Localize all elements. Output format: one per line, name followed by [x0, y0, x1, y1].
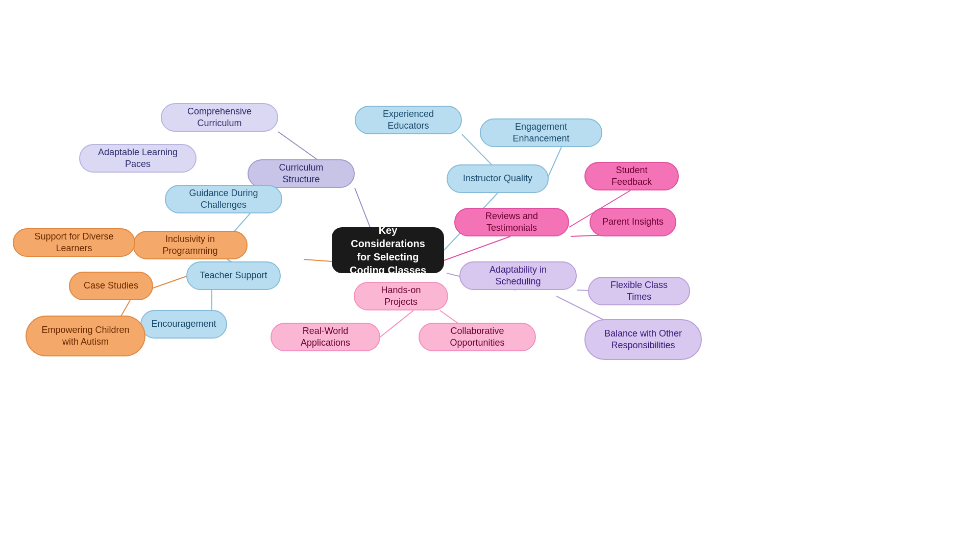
- experienced-educators-label: Experienced Educators: [367, 108, 450, 132]
- balance-responsibilities-node: Balance with Other Responsibilities: [584, 319, 702, 360]
- adaptable-learning-label: Adaptable Learning Paces: [91, 147, 184, 171]
- collaborative-opportunities-node: Collaborative Opportunities: [419, 323, 536, 351]
- adaptability-scheduling-node: Adaptability in Scheduling: [459, 261, 577, 290]
- parent-insights-label: Parent Insights: [602, 216, 664, 228]
- case-studies-node: Case Studies: [69, 272, 153, 300]
- student-feedback-label: Student Feedback: [597, 164, 667, 188]
- encouragement-node: Encouragement: [140, 310, 227, 339]
- hands-on-projects-label: Hands-on Projects: [366, 284, 436, 308]
- hands-on-projects-node: Hands-on Projects: [354, 282, 448, 310]
- experienced-educators-node: Experienced Educators: [355, 106, 462, 134]
- teacher-support-label: Teacher Support: [200, 270, 267, 281]
- curriculum-structure-node: Curriculum Structure: [248, 159, 355, 188]
- teacher-support-node: Teacher Support: [186, 261, 281, 290]
- center-label: Key Considerations for Selecting Coding …: [343, 224, 433, 277]
- instructor-quality-label: Instructor Quality: [463, 173, 532, 184]
- parent-insights-node: Parent Insights: [590, 208, 676, 236]
- empowering-children-node: Empowering Children with Autism: [26, 316, 145, 356]
- comprehensive-curriculum-label: Comprehensive Curriculum: [173, 106, 266, 130]
- encouragement-label: Encouragement: [151, 318, 216, 330]
- flexible-class-times-label: Flexible Class Times: [600, 279, 678, 303]
- real-world-applications-node: Real-World Applications: [271, 323, 380, 351]
- inclusivity-label: Inclusivity in Programming: [145, 233, 235, 257]
- real-world-applications-label: Real-World Applications: [283, 325, 368, 349]
- comprehensive-curriculum-node: Comprehensive Curriculum: [161, 103, 278, 132]
- engagement-enhancement-label: Engagement Enhancement: [492, 121, 590, 145]
- reviews-testimonials-node: Reviews and Testimonials: [454, 208, 569, 236]
- svg-line-16: [380, 310, 413, 337]
- collaborative-opportunities-label: Collaborative Opportunities: [431, 325, 524, 349]
- student-feedback-node: Student Feedback: [584, 162, 679, 190]
- center-node: Key Considerations for Selecting Coding …: [332, 227, 444, 273]
- curriculum-structure-label: Curriculum Structure: [260, 162, 342, 186]
- svg-line-6: [444, 236, 510, 260]
- instructor-quality-node: Instructor Quality: [447, 164, 549, 193]
- guidance-challenges-label: Guidance During Challenges: [177, 187, 270, 211]
- reviews-testimonials-label: Reviews and Testimonials: [467, 210, 557, 234]
- adaptable-learning-node: Adaptable Learning Paces: [79, 144, 197, 173]
- balance-responsibilities-label: Balance with Other Responsibilities: [597, 328, 690, 352]
- case-studies-label: Case Studies: [84, 280, 138, 292]
- guidance-challenges-node: Guidance During Challenges: [165, 185, 282, 213]
- inclusivity-programming-node: Inclusivity in Programming: [133, 231, 248, 259]
- flexible-class-times-node: Flexible Class Times: [588, 277, 690, 305]
- engagement-enhancement-node: Engagement Enhancement: [480, 118, 602, 147]
- support-diverse-node: Support for Diverse Learners: [13, 228, 135, 257]
- adaptability-scheduling-label: Adaptability in Scheduling: [472, 264, 565, 288]
- support-diverse-label: Support for Diverse Learners: [25, 231, 123, 255]
- empowering-children-label: Empowering Children with Autism: [38, 324, 133, 348]
